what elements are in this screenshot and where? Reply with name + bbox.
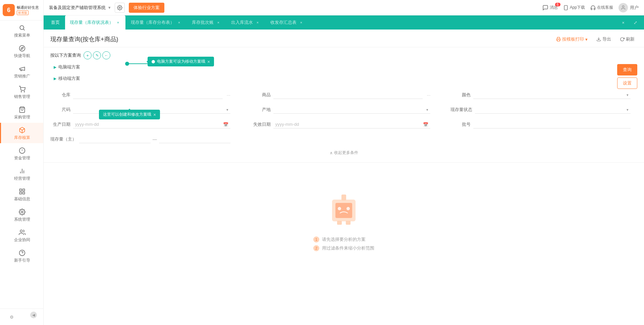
online-service-btn[interactable]: 在线客服 [590, 5, 613, 10]
people-icon [19, 229, 25, 236]
sidebar-item-search-menu[interactable]: 搜索菜单 [0, 20, 43, 41]
svg-point-19 [20, 230, 22, 232]
box-icon [19, 127, 25, 133]
color-select-wrap [473, 91, 631, 99]
plan-item-mobile[interactable]: ▶ 移动端方案 [54, 74, 637, 83]
search-btn[interactable]: 查询 [617, 64, 637, 75]
export-btn[interactable]: 导出 [594, 35, 614, 44]
batch-no-input[interactable] [473, 120, 631, 128]
app-download-btn[interactable]: App下载 [563, 5, 585, 10]
warehouse-dots[interactable]: ··· [227, 93, 230, 98]
back-btn[interactable]: ← [102, 51, 110, 59]
tooltip-create-bubble: 这里可以创建和修改方案哦 × [99, 110, 160, 119]
filter-goods: 商品 ··· [251, 91, 431, 99]
tab-close-batch-accounts[interactable]: × [216, 20, 221, 25]
svg-point-4 [21, 92, 22, 92]
svg-point-0 [20, 25, 24, 30]
user-avatar [619, 3, 628, 12]
warehouse-input[interactable] [73, 91, 223, 99]
settings-icon-btn[interactable]: ⚙ [6, 312, 17, 322]
sidebar-item-basic[interactable]: 基础信息 [0, 184, 43, 205]
range-separator: — [153, 137, 157, 142]
svg-rect-16 [20, 192, 22, 194]
inventory-main-max[interactable] [159, 135, 230, 143]
tooltip-plan-close[interactable]: × [207, 59, 210, 64]
tooltip-create-close[interactable]: × [153, 112, 156, 117]
inventory-status-select-wrap [475, 106, 631, 114]
page-actions: 按模板打印 ▾ 导出 刷新 [553, 35, 637, 44]
tab-bar-right: × ⤢ [619, 15, 641, 30]
filter-label: 按以下方案查询 [50, 52, 81, 58]
collapse-bar[interactable]: ∧ 收起更多条件 [50, 147, 637, 158]
sidebar-nav: 搜索菜单 快捷导航 营销推广 销售管理 采购管理 库存核算 资金管理 经营管理 [0, 20, 43, 309]
add-plan-btn[interactable]: + [84, 51, 92, 59]
sidebar-item-quick-nav[interactable]: 快捷导航 [0, 41, 43, 61]
svg-rect-26 [557, 40, 560, 41]
sidebar-item-marketing[interactable]: 营销推广 [0, 61, 43, 82]
svg-point-25 [622, 6, 624, 7]
reset-btn[interactable]: 设置 [617, 77, 637, 89]
sidebar-item-enterprise[interactable]: 企业协同 [0, 225, 43, 246]
tab-close-all-btn[interactable]: × [619, 18, 628, 27]
megaphone-icon [19, 65, 25, 72]
tab-close-in-out-flow[interactable]: × [255, 20, 260, 25]
tab-fullscreen-btn[interactable]: ⤢ [631, 18, 640, 27]
print-btn[interactable]: 按模板打印 ▾ [553, 35, 590, 44]
sidebar-item-guide[interactable]: 新手引导 [0, 246, 43, 266]
svg-point-2 [19, 46, 25, 51]
chevron-up-icon: ∧ [330, 151, 333, 155]
print-icon [556, 37, 561, 42]
messages-btn[interactable]: 消息 6 [542, 5, 558, 11]
tab-home[interactable]: 首页 [46, 15, 64, 30]
filter-color: 颜色 [450, 91, 631, 99]
tab-close-inventory-status[interactable]: × [115, 20, 121, 25]
tooltip-dot [152, 60, 155, 63]
sidebar-item-finance[interactable]: 资金管理 [0, 143, 43, 164]
filter-area: 按以下方案查询 + ✎ ← ▶ 电脑端方案 ▶ [44, 47, 644, 163]
filter-warehouse: 仓库 ··· [50, 91, 230, 99]
tab-inventory-status[interactable]: 现存量（库存状况表） × [65, 15, 125, 30]
user-menu[interactable]: 用户 [619, 3, 639, 12]
filter-row-3: 生产日期 失效日期 批号 [50, 118, 637, 131]
settings-btn[interactable] [115, 3, 125, 13]
inventory-main-min[interactable] [79, 135, 151, 143]
phone-icon [563, 5, 569, 10]
goods-input[interactable] [273, 91, 423, 99]
sidebar-item-sales[interactable]: 销售管理 [0, 82, 43, 102]
tab-inventory-dist[interactable]: 现存量（库存分布表） × [126, 15, 186, 30]
sidebar-collapse-btn[interactable]: ◀ [30, 312, 37, 318]
edit-plan-btn[interactable]: ✎ [93, 51, 101, 59]
tab-collection-summary[interactable]: 收发存汇总表 × [266, 15, 309, 30]
production-date-input[interactable] [73, 120, 230, 128]
industry-btn[interactable]: 体验行业方案 [129, 3, 164, 13]
tab-batch-accounts[interactable]: 库存批次账 × [187, 15, 226, 30]
color-select[interactable] [473, 91, 631, 99]
top-header: 装备及固定资产辅助管理系统 ▾ 体验行业方案 消息 6 App下载 在线客服 [44, 0, 644, 15]
chart-icon [19, 168, 25, 174]
svg-rect-32 [341, 195, 346, 201]
origin-select[interactable] [273, 106, 431, 114]
refresh-btn[interactable]: 刷新 [617, 35, 637, 44]
tooltip-plan-bubble: 电脑方案可设为移动方案哦 × [148, 57, 214, 66]
tab-close-collection-summary[interactable]: × [299, 20, 304, 25]
app-logo-icon: 6 [3, 4, 15, 16]
page-container: 现存量查询(按仓库+商品) 按模板打印 ▾ 导出 刷新 [44, 30, 644, 325]
filter-production-date: 生产日期 [50, 120, 230, 128]
tooltip-create-area: 这里可以创建和修改方案哦 × [99, 110, 160, 119]
inventory-status-select[interactable] [475, 106, 631, 114]
goods-dots[interactable]: ··· [427, 93, 430, 98]
header-right: 消息 6 App下载 在线客服 用户 [542, 3, 639, 12]
filter-inventory-status: 现存量状态 [450, 106, 631, 114]
tab-close-inventory-dist[interactable]: × [176, 20, 182, 25]
sidebar-item-operations[interactable]: 经营管理 [0, 164, 43, 184]
user-icon [621, 5, 626, 10]
svg-rect-34 [346, 221, 351, 225]
sidebar-item-system[interactable]: 系统管理 [0, 205, 43, 225]
sidebar-item-inventory[interactable]: 库存核算 [0, 123, 43, 143]
production-date-wrap [73, 120, 230, 128]
grid-icon [19, 188, 25, 195]
sidebar-item-purchase[interactable]: 采购管理 [0, 102, 43, 123]
sidebar-logo: 6 畅通好好生意 标准版 [0, 0, 43, 20]
expiry-date-input[interactable] [273, 120, 431, 128]
tab-in-out-flow[interactable]: 出入库流水 × [226, 15, 265, 30]
